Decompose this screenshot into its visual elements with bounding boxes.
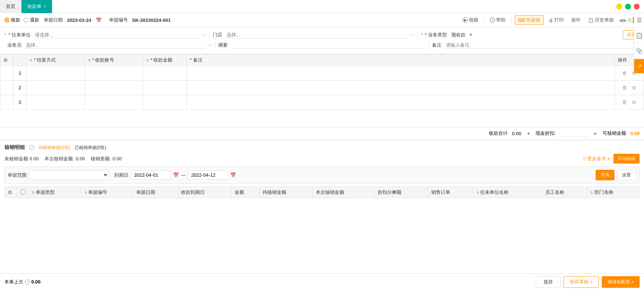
bottom-actions: 放弃 保存草稿 ∧ 保存&新增 ∧: [536, 276, 640, 288]
vcol-settings[interactable]: ⚙: [5, 187, 18, 198]
row2-copy-icon[interactable]: ⧉: [631, 84, 638, 91]
verify-settings-icon[interactable]: ⚙: [8, 189, 12, 195]
table-col-settings[interactable]: ⚙: [0, 55, 13, 66]
row3-account[interactable]: [85, 95, 143, 110]
top-toolbar: 收款 退款 单据日期 2023-03-24 📅 单据编号 SK-20230324…: [0, 13, 644, 27]
remark-input[interactable]: [444, 42, 640, 49]
row2-delete-icon[interactable]: 🗑: [621, 84, 628, 91]
salesperson-input[interactable]: [24, 42, 205, 49]
right-panel-icon-3[interactable]: 📎: [634, 44, 644, 58]
biz-type-dropdown-icon[interactable]: ▼: [468, 32, 473, 38]
table-settings-icon[interactable]: ⚙: [3, 57, 8, 63]
calendar-to-icon[interactable]: 📅: [230, 172, 236, 178]
vcol-checkbox[interactable]: [18, 187, 29, 198]
row1-account[interactable]: [85, 66, 143, 81]
save-draft-button[interactable]: 保存草稿 ∧: [564, 276, 599, 288]
row2-settle-input[interactable]: [30, 85, 82, 90]
row3-amount-input[interactable]: [146, 99, 184, 105]
row2-settle[interactable]: [27, 81, 85, 95]
row2-amount[interactable]: [143, 81, 187, 95]
row1-amount[interactable]: [143, 66, 187, 81]
query-button[interactable]: 查询: [596, 170, 614, 180]
tab-home[interactable]: 首页: [0, 0, 21, 13]
row3-account-input[interactable]: [88, 99, 140, 105]
vcol-doc-number: ⇅ 单据编号: [81, 187, 133, 198]
table-col-account: ⇅ * 收款账号: [85, 55, 143, 66]
tab-bar: 首页 收款单 ×: [0, 0, 644, 13]
store-input[interactable]: [225, 31, 408, 39]
salesperson-more-icon[interactable]: ···: [207, 42, 212, 48]
tab-close-icon[interactable]: ×: [44, 4, 46, 9]
vcol-employee-label: 员工名称: [545, 189, 564, 195]
minimize-button[interactable]: [616, 4, 622, 9]
close-button[interactable]: [634, 4, 640, 9]
tab-home-label: 首页: [6, 3, 15, 10]
row1-amount-input[interactable]: [146, 70, 184, 76]
row1-remark[interactable]: [187, 66, 615, 81]
verify-settings-button[interactable]: 设置: [617, 170, 636, 180]
right-panel-icon-1[interactable]: ☰: [634, 13, 644, 28]
verify-info-icon[interactable]: ?: [29, 145, 34, 150]
discount-label: 现金折扣:: [535, 130, 556, 137]
verify-select-all-checkbox[interactable]: [21, 189, 25, 194]
shortcut-button[interactable]: ⌨ 快捷键: [515, 15, 543, 25]
summary-input[interactable]: [231, 42, 426, 49]
row3-remark-input[interactable]: [190, 99, 612, 105]
row3-settle[interactable]: [27, 95, 85, 110]
counterpart-input[interactable]: [34, 31, 200, 39]
vcol-sales-order-label: 销售订单: [431, 189, 450, 195]
row1-settle-input[interactable]: [30, 70, 82, 76]
row3-copy-icon[interactable]: ⧉: [631, 99, 638, 106]
row2-account[interactable]: [85, 81, 143, 95]
date-from-input[interactable]: [131, 171, 171, 180]
save-new-button[interactable]: 保存&新增 ∧: [602, 276, 640, 288]
help-button[interactable]: ? 帮助: [488, 16, 508, 24]
right-panel-icon-4[interactable]: ↗: [634, 59, 644, 74]
discount-input[interactable]: [559, 130, 588, 137]
list-view-icon[interactable]: ☰: [628, 17, 632, 23]
bottom-info-icon[interactable]: ?: [25, 279, 30, 285]
tab-active[interactable]: 收款单 ×: [21, 0, 52, 13]
row2-remark-input[interactable]: [190, 85, 612, 90]
row3-amount[interactable]: [143, 95, 187, 110]
counterpart-more-icon[interactable]: ···: [201, 32, 206, 38]
store-more-icon[interactable]: ···: [410, 32, 415, 38]
operation-button[interactable]: 操作: [569, 16, 583, 24]
verify-tab-done[interactable]: 已核销单据(0笔): [75, 145, 106, 151]
maximize-button[interactable]: [625, 4, 631, 9]
row2-num: 2: [13, 81, 27, 95]
verify-tab-pending[interactable]: 待核销单据(0笔): [39, 145, 70, 151]
radio-refund[interactable]: 退款: [23, 17, 39, 23]
prev-icon[interactable]: ◀: [619, 17, 623, 23]
help-label: 帮助: [496, 17, 506, 23]
row1-remark-input[interactable]: [190, 70, 612, 76]
radio-receive[interactable]: 收款: [4, 17, 20, 23]
row3-delete-icon[interactable]: 🗑: [621, 99, 628, 106]
calendar-icon[interactable]: 📅: [96, 17, 102, 23]
row2-account-input[interactable]: [88, 85, 140, 90]
range-dropdown-icon[interactable]: ▼: [104, 172, 109, 178]
row1-account-input[interactable]: [88, 70, 140, 76]
abandon-button[interactable]: 放弃: [536, 276, 561, 288]
more-conditions-button[interactable]: ▽ 更多条件 ∧: [583, 156, 610, 162]
auto-verify-button[interactable]: 自动核销: [613, 154, 640, 164]
range-filter-select[interactable]: [29, 170, 109, 180]
row2-remark[interactable]: [187, 81, 615, 95]
calendar-from-icon[interactable]: 📅: [173, 172, 179, 178]
print-button[interactable]: 🖨 打印: [546, 16, 566, 24]
vcol-amount: 金额: [231, 187, 259, 198]
bottom-value: 0.00: [31, 279, 40, 285]
history-button[interactable]: 📋 历史单据: [586, 16, 616, 24]
row3-remark[interactable]: [187, 95, 615, 110]
row2-amount-input[interactable]: [146, 85, 184, 90]
row1-settle[interactable]: [27, 66, 85, 81]
receipt-table: ⚙ ⇅ * 结算方式 ⇅ * 收款账号 ⇅ * 收款金额: [0, 54, 644, 110]
date-to-input[interactable]: [188, 171, 228, 180]
row1-delete-icon[interactable]: 🗑: [621, 70, 628, 77]
video-button[interactable]: ▶ 视频: [460, 16, 480, 24]
next-icon[interactable]: ▶: [623, 17, 627, 23]
row3-settle-input[interactable]: [30, 99, 82, 105]
table-row: 2 🗑 ⧉: [0, 81, 644, 95]
vcol-discount: 折扣分摊额: [375, 187, 428, 198]
right-panel-icon-2[interactable]: 📋: [634, 28, 644, 43]
